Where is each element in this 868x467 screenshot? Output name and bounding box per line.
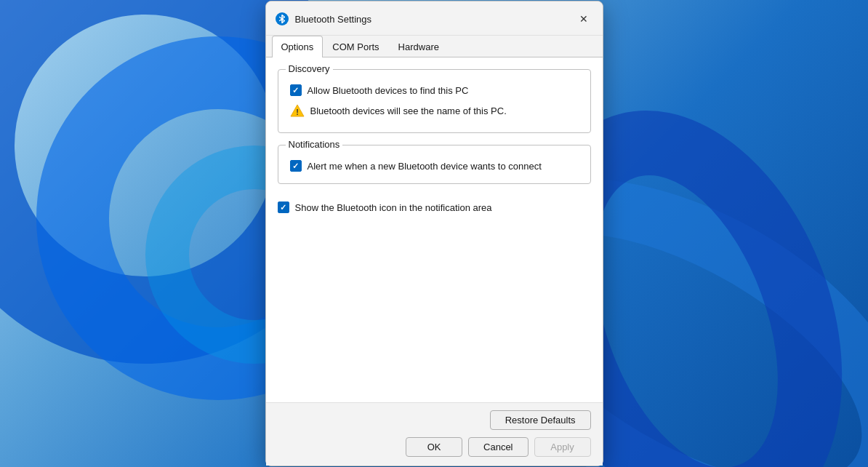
- restore-row: Restore Defaults: [278, 410, 591, 430]
- notifications-group-content: ✓ Alert me when a new Bluetooth device w…: [290, 160, 579, 172]
- allow-bluetooth-row: ✓ Allow Bluetooth devices to find this P…: [290, 84, 579, 96]
- ok-button[interactable]: OK: [406, 437, 462, 457]
- discovery-group-title: Discovery: [286, 63, 333, 74]
- svg-text:!: !: [296, 108, 299, 116]
- apply-button[interactable]: Apply: [534, 437, 591, 457]
- alert-bluetooth-label: Alert me when a new Bluetooth device wan…: [308, 161, 542, 172]
- show-bluetooth-icon-label: Show the Bluetooth icon in the notificat…: [295, 202, 492, 213]
- bluetooth-settings-dialog: Bluetooth Settings ✕ Options COM Ports H…: [265, 1, 603, 466]
- title-bar: Bluetooth Settings ✕: [266, 1, 603, 36]
- checkmark-icon: ✓: [292, 87, 299, 95]
- bottom-area: Restore Defaults OK Cancel Apply: [266, 402, 603, 466]
- allow-bluetooth-checkbox[interactable]: ✓: [290, 84, 302, 96]
- bluetooth-logo-icon: [276, 12, 289, 25]
- notifications-group: Notifications ✓ Alert me when a new Blue…: [278, 145, 591, 184]
- alert-bluetooth-checkbox[interactable]: ✓: [290, 160, 302, 172]
- warning-triangle-icon: !: [290, 104, 305, 117]
- discovery-group: Discovery ✓ Allow Bluetooth devices to f…: [278, 69, 591, 133]
- restore-defaults-button[interactable]: Restore Defaults: [490, 410, 591, 430]
- warning-icon: !: [290, 103, 305, 118]
- checkmark-icon-2: ✓: [292, 162, 299, 170]
- checkmark-icon-3: ✓: [280, 204, 286, 212]
- alert-checkbox-row: ✓ Alert me when a new Bluetooth device w…: [290, 160, 579, 172]
- dialog-overlay: Bluetooth Settings ✕ Options COM Ports H…: [0, 0, 868, 467]
- dialog-title: Bluetooth Settings: [295, 14, 574, 25]
- tab-bar: Options COM Ports Hardware: [266, 36, 603, 57]
- tab-hardware[interactable]: Hardware: [389, 36, 449, 57]
- notifications-group-title: Notifications: [286, 139, 343, 150]
- dialog-content: Discovery ✓ Allow Bluetooth devices to f…: [266, 57, 603, 402]
- tab-options[interactable]: Options: [272, 36, 324, 57]
- warning-text: Bluetooth devices will see the name of t…: [310, 105, 507, 116]
- show-bluetooth-icon-checkbox[interactable]: ✓: [278, 201, 289, 213]
- content-spacer: [278, 219, 591, 391]
- cancel-button[interactable]: Cancel: [468, 437, 528, 457]
- allow-bluetooth-label: Allow Bluetooth devices to find this PC: [308, 85, 469, 96]
- button-row: OK Cancel Apply: [278, 437, 591, 457]
- warning-row: ! Bluetooth devices will see the name of…: [290, 103, 579, 118]
- bluetooth-icon: [275, 12, 289, 26]
- show-bluetooth-icon-row: ✓ Show the Bluetooth icon in the notific…: [278, 196, 591, 219]
- discovery-group-content: ✓ Allow Bluetooth devices to find this P…: [290, 84, 579, 118]
- tab-com-ports[interactable]: COM Ports: [323, 36, 388, 57]
- close-button[interactable]: ✕: [574, 9, 594, 29]
